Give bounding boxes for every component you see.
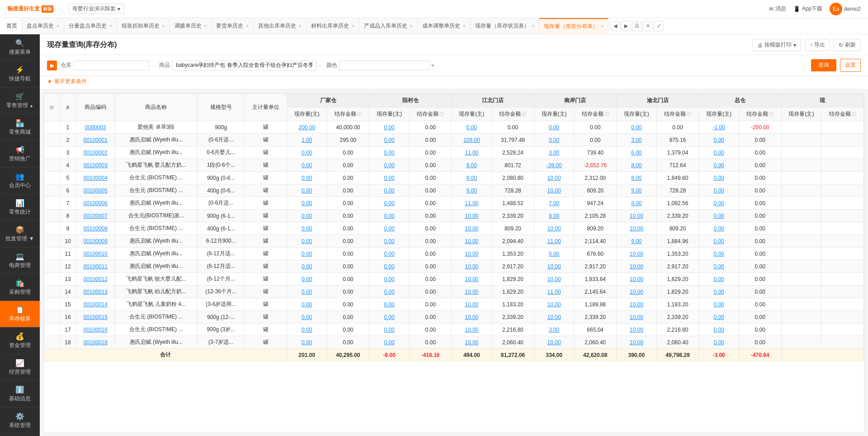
tab-home[interactable]: 首页 [2,18,22,34]
tab-close-all-btn[interactable]: ✕ [643,21,653,31]
col-nanan-amount: 结存金额ⓘ [574,108,617,121]
tab-close-icon[interactable]: × [57,23,59,28]
table-row: 900100008合生元 (BIOSTIME) ...400g (6-1...罐… [44,222,864,235]
inventory-icon: 📋 [0,305,40,314]
sidebar-item-retail-mall[interactable]: 🏪 零售商城 [0,114,40,141]
table-row: 300100002惠氏启赋 (Wyeth illu...0-6月婴儿...罐0.… [44,146,864,159]
table-row: 800100007合生元(BIOSTIME)派...900g (6-1...罐0… [44,210,864,222]
mall-icon: 🏪 [0,119,40,127]
table-row: 700100006惠氏启赋 (Wyeth illu...(0-6月适...罐0.… [44,197,864,210]
tab-close-icon[interactable]: × [410,23,413,28]
filter-expand-arrow[interactable]: ▶ [47,61,57,70]
wholesale-icon: 📦 [0,225,40,234]
warehouse-more-btn[interactable]: ··· [151,62,156,69]
purchase-icon: 🛍️ [0,279,40,287]
sidebar-item-operations[interactable]: 📈 经营管理 [0,354,40,381]
user-menu[interactable]: Ea demo2 [830,3,861,15]
sidebar-item-marketing[interactable]: 📢 营销推广 [0,141,40,168]
tab-close-icon[interactable]: × [299,23,302,28]
tab-close-icon[interactable]: × [246,23,249,28]
sidebar-item-retail-stats[interactable]: 📊 零售统计 [0,194,40,221]
sidebar-item-basic-info[interactable]: ℹ️ 基础信息 [0,381,40,408]
tab-close-icon[interactable]: × [601,24,604,29]
goods-more-btn[interactable]: ··· [318,62,323,69]
tab-prev-btn[interactable]: ◀ [610,21,620,31]
goods-input[interactable] [172,61,316,70]
query-button[interactable]: 查询 [811,59,836,71]
col-changjia-header: 厂家仓 [287,94,369,108]
system-icon: ⚙️ [0,412,40,421]
sidebar-item-purchase[interactable]: 🛍️ 采购管理 [0,274,40,301]
table-row: 1600100015合生元 (BIOSTIME) ...900g (12-...… [44,311,864,323]
tab-stock-status[interactable]: 现存量（库存状况表） × [471,18,540,34]
print-btn[interactable]: 🖨 按模版打印 ▾ [752,39,801,51]
nav-icon: ⚡ [0,66,40,74]
tab-close-icon[interactable]: × [162,23,165,28]
phone-icon: 📱 [793,6,800,12]
col-mucun-amount: 结存金额ⓘ [409,108,452,121]
ecommerce-icon: 💻 [0,252,40,261]
industry-selector[interactable]: 母婴行业演示陈套 ▾ [68,4,124,14]
message-icon: ✉ [769,6,774,12]
tab-stock-distribution[interactable]: 现存量（库存分布表） × [539,18,609,34]
col-total-stock: 现存量(主) [699,108,739,121]
sidebar-item-wholesale[interactable]: 📦 批发管理 ▼ [0,221,40,248]
tab-more-btn[interactable]: ☰ [632,21,642,31]
export-btn[interactable]: ↑ 导出 [805,39,830,51]
warehouse-input[interactable] [73,61,149,70]
tab-transfer-history[interactable]: 调拨单历史 × [170,18,212,34]
sidebar-item-nav[interactable]: ⚡ 快捷导航 [0,61,40,88]
table-row: 1000100009惠氏启赋 (Wyeth illu...6-12月900...… [44,235,864,248]
sidebar-item-system[interactable]: ⚙️ 系统管理 [0,408,40,434]
tab-close-icon[interactable]: × [204,23,207,28]
tab-navigation: ◀ ▶ ☰ ✕ ⤢ [610,21,664,31]
app-download-btn[interactable]: 📱 App下载 [793,5,822,13]
page-title: 现存量查询(库存分布) [47,40,117,50]
tab-product-inbound[interactable]: 产成品入库单历史 × [359,18,418,34]
col-nanan-header: 南岸门店 [534,94,616,108]
tab-order-history[interactable]: 要货单历史 × [212,18,254,34]
avatar: Ea [830,3,842,15]
sidebar: 🔍 搜索英单 ⚡ 快捷导航 🛒 零售管理 ▲ 🏪 零售商城 📢 营销推广 👥 会… [0,34,40,436]
refresh-btn[interactable]: ↻ 刷新 [834,39,861,51]
tab-split-count-history[interactable]: 分量盘点单历史 × [64,18,117,34]
message-btn[interactable]: ✉ 消息 [769,5,786,13]
tab-material-outbound[interactable]: 材料出库单历史 × [307,18,359,34]
tab-next-btn[interactable]: ▶ [621,21,631,31]
refresh-icon: ↻ [839,42,843,48]
table-row: 600100005合生元 (BIOSTIME) ...400g (0-6...罐… [44,184,864,197]
sidebar-item-member[interactable]: 👥 会员中心 [0,168,40,194]
color-input[interactable] [339,61,429,70]
sidebar-item-search[interactable]: 🔍 搜索英单 [0,34,40,61]
col-jiangbei-stock: 现存量(主) [452,108,492,121]
filter-bar: ▶ 仓库 ··· 商品 ··· 颜色 ▾ 查询 设置 [40,55,868,76]
retail-icon: 🛒 [0,92,40,101]
settings-button[interactable]: 设置 [840,59,861,72]
sidebar-item-enterprise[interactable]: 🤝 企业协同 [0,434,40,436]
tab-inventory-count-history[interactable]: 盘点单历史 × [22,18,64,34]
tab-other-outbound[interactable]: 其他出库单历史 × [254,18,307,34]
tab-close-icon[interactable]: × [463,23,466,28]
member-icon: 👥 [0,172,40,181]
col-gear[interactable]: ⚙ [44,94,60,121]
col-spec-header: 规格型号 [198,94,245,121]
col-mucun-header: 陌村仓 [369,94,452,108]
print-icon: 🖨 [757,42,763,48]
industry-arrow: ▾ [118,6,120,12]
tab-assemble-history[interactable]: 组装折卸单历史 × [117,18,170,34]
col-index-header: # [60,94,76,121]
color-dropdown[interactable]: ▾ [431,62,434,69]
expand-icon: ▼ [47,79,52,85]
expand-conditions-btn[interactable]: ▼ 展开更多条件 [47,78,861,85]
sidebar-item-ecommerce[interactable]: 💻 电商管理 [0,248,40,274]
sidebar-item-finance[interactable]: 💰 资金管理 [0,328,40,354]
sidebar-item-inventory[interactable]: 📋 库存核算 [0,301,40,328]
tab-close-icon[interactable]: × [532,23,535,28]
tab-cost-adjust[interactable]: 成本调整单历史 × [418,18,471,34]
expand-conditions-bar: ▼ 展开更多条件 [40,76,868,89]
tab-close-icon[interactable]: × [109,23,112,28]
sidebar-item-retail-mgmt[interactable]: 🛒 零售管理 ▲ [0,88,40,114]
tab-close-icon[interactable]: × [352,23,354,28]
tab-expand-btn[interactable]: ⤢ [654,21,664,31]
warehouse-field: 仓库 ··· [61,61,156,70]
